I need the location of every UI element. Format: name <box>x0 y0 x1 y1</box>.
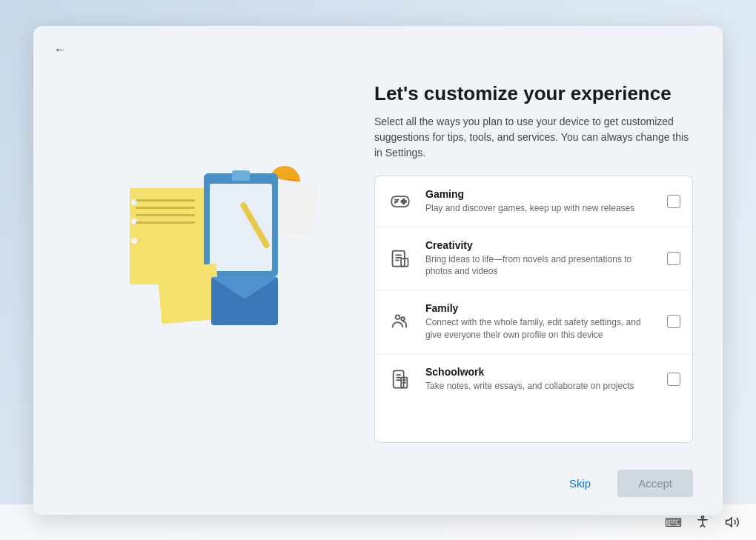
schoolwork-icon <box>387 366 414 393</box>
illus-envelope-flap <box>211 277 278 299</box>
dialog-content: Let's customize your experience Select a… <box>33 67 723 458</box>
accessibility-icon[interactable] <box>694 513 712 531</box>
creativity-checkbox[interactable] <box>667 252 680 265</box>
illus-clipboard-paper <box>210 184 272 271</box>
illus-line-1 <box>136 199 195 201</box>
gaming-desc: Play and discover games, keep up with ne… <box>425 202 655 215</box>
options-container: Gaming Play and discover games, keep up … <box>374 176 693 443</box>
option-family[interactable]: Family Connect with the whole family, ed… <box>375 290 692 354</box>
option-creativity[interactable]: Creativity Bring ideas to life—from nove… <box>375 227 692 291</box>
option-schoolwork[interactable]: Schoolwork Take notes, write essays, and… <box>375 354 692 404</box>
illus-line-4 <box>136 221 195 224</box>
schoolwork-title: Schoolwork <box>425 366 655 378</box>
dialog-footer: Skip Accept <box>33 458 723 515</box>
accept-button[interactable]: Accept <box>617 470 693 497</box>
svg-rect-15 <box>394 370 404 387</box>
option-gaming[interactable]: Gaming Play and discover games, keep up … <box>375 176 692 227</box>
illus-clipboard-clip <box>232 170 250 181</box>
family-text: Family Connect with the whole family, ed… <box>425 302 655 341</box>
skip-button[interactable]: Skip <box>551 470 609 497</box>
family-icon <box>387 308 414 335</box>
gaming-title: Gaming <box>425 188 655 200</box>
svg-point-13 <box>396 316 400 320</box>
illus-hole-3 <box>131 238 137 244</box>
gaming-checkbox[interactable] <box>667 195 680 208</box>
creativity-icon <box>387 245 414 272</box>
dialog-header: ← <box>33 26 723 67</box>
schoolwork-desc: Take notes, write essays, and collaborat… <box>425 380 655 393</box>
schoolwork-text: Schoolwork Take notes, write essays, and… <box>425 366 655 393</box>
illus-line-3 <box>136 214 195 216</box>
family-checkbox[interactable] <box>667 315 680 328</box>
panel-title: Let's customize your experience <box>374 82 693 105</box>
customize-dialog: ← <box>33 26 723 515</box>
svg-point-22 <box>701 516 703 519</box>
creativity-desc: Bring ideas to life—from novels and pres… <box>425 253 655 279</box>
family-desc: Connect with the whole family, edit safe… <box>425 316 655 341</box>
illustration <box>115 159 322 366</box>
creativity-title: Creativity <box>425 239 655 251</box>
svg-point-7 <box>401 200 402 201</box>
illustration-panel <box>63 67 374 458</box>
gaming-icon <box>387 188 414 215</box>
svg-point-4 <box>403 199 405 200</box>
illus-notebook-lines <box>136 199 195 229</box>
svg-point-5 <box>405 200 406 201</box>
back-button[interactable]: ← <box>48 38 72 61</box>
gaming-text: Gaming Play and discover games, keep up … <box>425 188 655 215</box>
options-list: Gaming Play and discover games, keep up … <box>374 176 693 443</box>
panel-subtitle: Select all the ways you plan to use your… <box>374 114 693 161</box>
illus-line-2 <box>136 207 195 209</box>
schoolwork-checkbox[interactable] <box>667 373 680 386</box>
creativity-text: Creativity Bring ideas to life—from nove… <box>425 239 655 279</box>
svg-point-14 <box>401 318 405 321</box>
family-title: Family <box>425 302 655 314</box>
volume-icon[interactable] <box>723 513 741 531</box>
right-panel: Let's customize your experience Select a… <box>374 67 693 458</box>
svg-point-6 <box>403 202 405 204</box>
svg-marker-23 <box>726 518 732 527</box>
keyboard-icon[interactable]: ⌨ <box>664 513 682 531</box>
